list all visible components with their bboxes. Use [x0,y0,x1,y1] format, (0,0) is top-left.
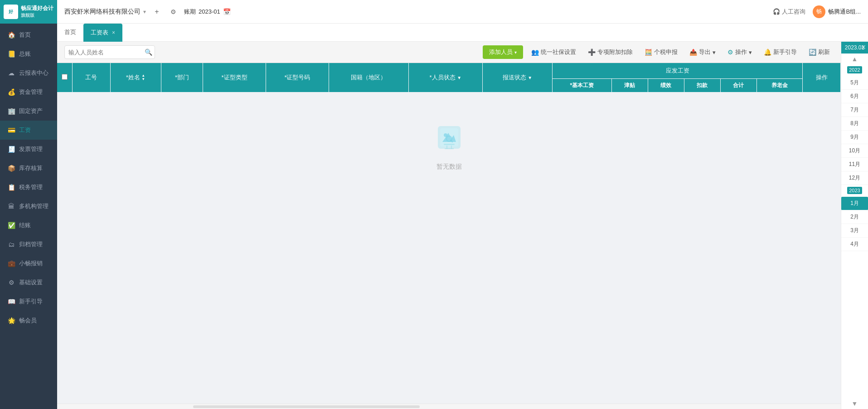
scrollbar-track[interactable] [193,405,420,408]
sidebar-item-fund[interactable]: 💰资金管理 [0,83,57,102]
sidebar-item-inventory[interactable]: 📦库存核算 [0,159,57,178]
social-insurance-action[interactable]: 👥 统一社保设置 [528,46,580,58]
sidebar-item-label: 新手引导 [19,297,43,306]
year-2022-section: 2022 [841,64,868,76]
sidebar-item-label: 首页 [19,31,31,39]
th-deduction: 扣款 [684,79,720,93]
tab-salary-table[interactable]: 工资表 × [83,24,122,42]
th-employee-id: 工号 [73,63,111,92]
month-2022-10[interactable]: 10月 [841,144,868,158]
date-panel: 2023.01 ✕ ⤢ ▲ 2022 5月 6月 7月 8月 9月 10月 11… [841,42,868,409]
special-deduction-icon: ➕ [588,49,596,56]
multi-org-icon: 🏛 [7,203,15,210]
month-2022-09[interactable]: 9月 [841,131,868,144]
logo-icon: 好 [4,5,18,19]
social-insurance-label: 统一社保设置 [541,48,576,56]
sidebar-item-label: 发票管理 [19,145,43,153]
main-area: 西安虾米网络科技有限公司 ▾ + ⚙ 账期 2023-01 📅 🎧 人工咨询 畅… [57,0,868,409]
sidebar-item-fixed-assets[interactable]: 🏢固定资产 [0,102,57,121]
sidebar-item-checkout[interactable]: ✅结账 [0,216,57,235]
select-all-checkbox[interactable] [62,74,68,80]
settings-icon: ⚙ [7,279,15,286]
fixed-assets-icon: 🏢 [7,107,15,115]
search-input[interactable] [68,49,145,56]
operations-label: 操作 [735,48,747,56]
company-selector[interactable]: 西安虾米网络科技有限公司 ▾ [64,8,146,16]
archive-icon: 🗂 [7,241,15,248]
date-panel-expand-button[interactable]: ⤢ [861,53,866,60]
sidebar-item-label: 畅会员 [19,316,37,325]
month-2022-06[interactable]: 6月 [841,90,868,103]
sidebar-item-ledger[interactable]: 📒总账 [0,44,57,63]
cloud-report-icon: ☁ [7,69,15,77]
operations-action[interactable]: ⚙ 操作 ▾ [724,46,756,58]
th-checkbox[interactable] [57,63,73,92]
sidebar-item-expense[interactable]: 💼小畅报销 [0,254,57,273]
sidebar-item-multi-org[interactable]: 🏛多机构管理 [0,197,57,216]
special-deduction-label: 专项附加扣除 [597,48,633,56]
month-2023-04[interactable]: 4月 [841,238,868,251]
guide-icon: 📖 [7,298,15,305]
app-title: 畅应通好会计 [21,5,53,12]
service-button[interactable]: 🎧 人工咨询 [773,8,805,16]
user-menu[interactable]: 畅 畅腾通B组... [813,5,861,18]
month-2023-03[interactable]: 3月 [841,224,868,238]
sidebar-item-home[interactable]: 🏠首页 [0,25,57,44]
guide-label: 新手引导 [773,48,797,56]
service-label: 人工咨询 [782,8,805,16]
sidebar-item-cloud-report[interactable]: ☁云报表中心 [0,63,57,83]
personal-tax-label: 个税申报 [654,48,678,56]
date-panel-close-button[interactable]: ✕ [861,44,866,51]
sidebar-item-salary[interactable]: 💳工资 [0,121,57,140]
sidebar-item-label: 云报表中心 [19,69,48,77]
sidebar-item-label: 库存核算 [19,164,43,172]
empty-text: 暂无数据 [436,163,462,171]
special-deduction-action[interactable]: ➕ 专项附加扣除 [584,46,636,58]
add-person-label: 添加人员 [489,48,513,56]
empty-icon [431,119,467,156]
company-dropdown-icon: ▾ [143,9,146,15]
month-2022-08[interactable]: 8月 [841,117,868,131]
report-filter-icon[interactable]: ▼ [528,75,532,80]
sidebar-item-invoice[interactable]: 🧾发票管理 [0,140,57,159]
refresh-action[interactable]: 🔄 刷新 [805,46,834,58]
year-2023-section: 2023 [841,185,868,197]
salary-table: 工号 *姓名 ▲▼ *部门 *证型类型 *证型号码 国籍（地区） [57,63,841,92]
sidebar-item-settings[interactable]: ⚙基础设置 [0,273,57,292]
tab-bar: 首页 工资表 × [57,24,868,42]
add-person-button[interactable]: 添加人员 ▾ [483,45,523,59]
sidebar-item-member[interactable]: 🌟畅会员 [0,311,57,330]
name-sort-arrows[interactable]: ▲▼ [141,74,145,81]
tab-home[interactable]: 首页 [57,24,83,42]
tab-close-icon[interactable]: × [112,29,115,36]
period-label: 账期 [184,8,196,16]
search-icon: 🔍 [145,49,152,56]
month-2023-01[interactable]: 1月 [841,197,868,210]
table-wrap: 工号 *姓名 ▲▼ *部门 *证型类型 *证型号码 国籍（地区） [57,63,841,404]
period-value: 2023-01 [199,8,220,15]
sidebar-item-tax[interactable]: 📋税务管理 [0,178,57,197]
add-company-button[interactable]: + [151,6,162,17]
content-area: 🔍 添加人员 ▾ 👥 统一社保设置 ➕ 专项附加扣除 [57,42,841,409]
month-2022-11[interactable]: 11月 [841,158,868,171]
export-action[interactable]: 📤 导出 ▾ [686,46,719,58]
guide-action[interactable]: 🔔 新手引导 [760,46,800,58]
month-2023-02[interactable]: 2月 [841,210,868,224]
personal-tax-action[interactable]: 🧮 个税申报 [641,46,681,58]
month-2022-07[interactable]: 7月 [841,103,868,117]
settings-icon-button[interactable]: ⚙ [168,6,179,17]
sidebar-item-guide[interactable]: 📖新手引导 [0,292,57,311]
add-person-dropdown-icon: ▾ [514,50,517,55]
th-subsidy: 津贴 [611,79,648,93]
sidebar-item-label: 多机构管理 [19,202,48,210]
refresh-label: 刷新 [818,48,830,56]
operations-dropdown-icon: ▾ [749,49,752,56]
sidebar-item-label: 工资 [19,126,31,134]
sidebar-item-archive[interactable]: 🗂归档管理 [0,235,57,254]
month-nav-down[interactable]: ▼ [841,398,868,409]
calendar-icon[interactable]: 📅 [223,8,231,15]
month-2022-12[interactable]: 12月 [841,171,868,185]
month-2022-05[interactable]: 5月 [841,76,868,90]
sidebar-item-label: 资金管理 [19,88,43,96]
status-filter-icon[interactable]: ▼ [457,75,461,80]
